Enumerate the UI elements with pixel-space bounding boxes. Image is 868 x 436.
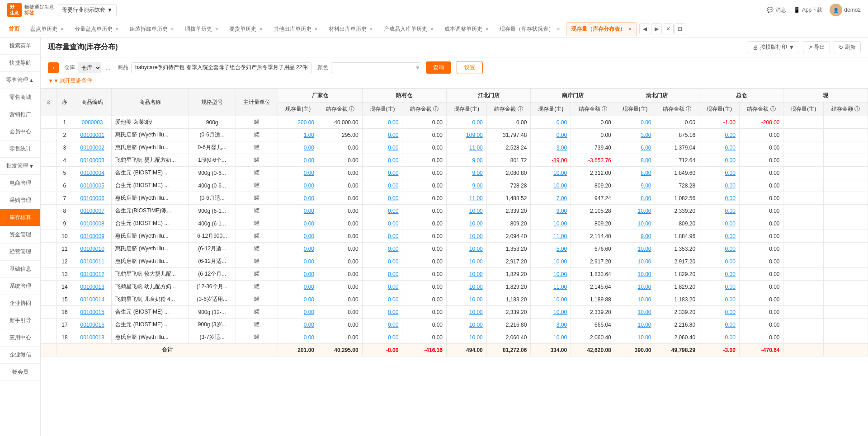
expand-conditions-btn[interactable]: ▼▼ 展开更多条件: [48, 77, 861, 84]
row-code[interactable]: 00100006: [73, 192, 112, 205]
sidebar-item-ecommerce[interactable]: 电商管理: [0, 175, 40, 192]
row-w3-qty[interactable]: 9.00: [447, 179, 487, 192]
sidebar-item-retail-stats[interactable]: 零售统计: [0, 141, 40, 158]
user-action[interactable]: 👤 demo2: [830, 4, 861, 16]
row-gear[interactable]: [41, 179, 57, 192]
row-w5-qty[interactable]: 8.00: [615, 192, 655, 205]
row-w4-qty[interactable]: 10.00: [531, 331, 571, 344]
row-total-qty[interactable]: 0.00: [699, 179, 740, 192]
row-w4-qty[interactable]: 10.00: [531, 306, 571, 319]
row-w2-qty[interactable]: 0.00: [362, 217, 402, 230]
row-w4-qty[interactable]: 10.00: [531, 167, 571, 179]
row-w5-qty[interactable]: 10.00: [615, 255, 655, 268]
btn-export[interactable]: ↗ 导出: [803, 41, 830, 53]
row-w4-qty[interactable]: 10.00: [531, 293, 571, 306]
row-gear[interactable]: [41, 319, 57, 331]
tab-close-icon[interactable]: ✕: [60, 27, 64, 32]
sidebar-item-member[interactable]: 会员中心: [0, 123, 40, 141]
sidebar-item-system[interactable]: 系统管理: [0, 278, 40, 295]
row-gear[interactable]: [41, 154, 57, 167]
row-w5-qty[interactable]: 6.00: [615, 141, 655, 154]
row-w4-qty[interactable]: 3.00: [531, 141, 571, 154]
tab-inventory-history[interactable]: 盘点单历史 ✕: [25, 22, 69, 36]
industry-selector[interactable]: 母婴行业演示陈套 ▼: [58, 4, 117, 16]
row-total-qty[interactable]: 0.00: [699, 192, 740, 205]
row-w3-qty[interactable]: 0.00: [447, 116, 487, 129]
row-w4-qty[interactable]: 10.00: [531, 179, 571, 192]
row-gear[interactable]: [41, 141, 57, 154]
row-code[interactable]: 00100005: [73, 179, 112, 192]
row-w2-qty[interactable]: 0.00: [362, 255, 402, 268]
tab-home[interactable]: 首页: [4, 22, 24, 36]
row-w1-qty[interactable]: 200.00: [278, 116, 318, 129]
sidebar-item-inventory[interactable]: 库存核算: [0, 209, 40, 226]
tab-close-icon[interactable]: ✕: [557, 27, 560, 32]
sidebar-item-apps[interactable]: 应用中心: [0, 329, 40, 347]
tab-close-icon[interactable]: ✕: [628, 27, 632, 32]
row-w2-qty[interactable]: 0.00: [362, 331, 402, 344]
row-w5-qty[interactable]: 10.00: [615, 205, 655, 217]
row-w1-qty[interactable]: 0.00: [278, 255, 318, 268]
row-total-qty[interactable]: 0.00: [699, 268, 740, 281]
row-w5-qty[interactable]: 10.00: [615, 217, 655, 230]
btn-refresh[interactable]: ↻ 刷新: [834, 41, 861, 53]
row-w4-qty[interactable]: 11.00: [531, 281, 571, 293]
row-code[interactable]: 0000003: [73, 116, 112, 129]
row-w3-qty[interactable]: 10.00: [447, 319, 487, 331]
row-w1-qty[interactable]: 0.00: [278, 230, 318, 243]
goods-input[interactable]: [131, 62, 312, 73]
row-gear[interactable]: [41, 243, 57, 255]
row-w3-qty[interactable]: 10.00: [447, 230, 487, 243]
row-w4-qty[interactable]: 9.00: [531, 205, 571, 217]
row-w2-qty[interactable]: 0.00: [362, 293, 402, 306]
sidebar-item-finance[interactable]: 资金管理: [0, 226, 40, 244]
row-w1-qty[interactable]: 0.00: [278, 141, 318, 154]
row-w2-qty[interactable]: 0.00: [362, 141, 402, 154]
sidebar-item-business[interactable]: 经营管理: [0, 244, 40, 261]
row-code[interactable]: 00100003: [73, 154, 112, 167]
row-w5-qty[interactable]: 10.00: [615, 268, 655, 281]
row-w2-qty[interactable]: 0.00: [362, 154, 402, 167]
row-total-qty[interactable]: 0.00: [699, 141, 740, 154]
row-w5-qty[interactable]: 0.00: [615, 116, 655, 129]
row-w5-qty[interactable]: 9.00: [615, 230, 655, 243]
row-w2-qty[interactable]: 0.00: [362, 205, 402, 217]
tab-close-icon[interactable]: ✕: [369, 27, 373, 32]
col-gear[interactable]: ⚙: [41, 89, 57, 116]
row-w4-qty[interactable]: 10.00: [531, 268, 571, 281]
row-w5-qty[interactable]: 3.00: [615, 129, 655, 141]
tab-close-icon[interactable]: ✕: [215, 27, 218, 32]
row-code[interactable]: 00100013: [73, 281, 112, 293]
row-code[interactable]: 00100014: [73, 293, 112, 306]
row-w5-qty[interactable]: 8.00: [615, 154, 655, 167]
row-total-qty[interactable]: 0.00: [699, 293, 740, 306]
row-w3-qty[interactable]: 109.00: [447, 129, 487, 141]
row-total-qty[interactable]: 0.00: [699, 331, 740, 344]
tab-close-icon[interactable]: ✕: [259, 27, 263, 32]
row-w1-qty[interactable]: 0.00: [278, 167, 318, 179]
row-w5-qty[interactable]: 8.00: [615, 167, 655, 179]
tab-finished-in[interactable]: 产成品入库单历史 ✕: [379, 22, 439, 36]
row-w1-qty[interactable]: 0.00: [278, 217, 318, 230]
row-w5-qty[interactable]: 10.00: [615, 243, 655, 255]
sidebar-item-purchase[interactable]: 采购管理: [0, 192, 40, 209]
row-w3-qty[interactable]: 10.00: [447, 268, 487, 281]
row-code[interactable]: 00100008: [73, 217, 112, 230]
row-gear[interactable]: [41, 116, 57, 129]
row-code[interactable]: 00100004: [73, 167, 112, 179]
row-code[interactable]: 00100012: [73, 268, 112, 281]
row-w1-qty[interactable]: 0.00: [278, 306, 318, 319]
row-w5-qty[interactable]: 10.00: [615, 331, 655, 344]
row-w2-qty[interactable]: 0.00: [362, 167, 402, 179]
sidebar-item-retail-shop[interactable]: 零售商城: [0, 89, 40, 106]
row-gear[interactable]: [41, 293, 57, 306]
row-total-qty[interactable]: -1.00: [699, 116, 740, 129]
row-w2-qty[interactable]: 0.00: [362, 268, 402, 281]
sidebar-item-enterprise[interactable]: 企业协同: [0, 295, 40, 312]
row-w4-qty[interactable]: 0.00: [531, 129, 571, 141]
row-w2-qty[interactable]: 0.00: [362, 319, 402, 331]
row-w2-qty[interactable]: 0.00: [362, 243, 402, 255]
tab-stock-dist[interactable]: 现存量（库存分布表） ✕: [566, 22, 637, 36]
row-w3-qty[interactable]: 10.00: [447, 281, 487, 293]
message-action[interactable]: 💬 消息: [767, 6, 786, 14]
